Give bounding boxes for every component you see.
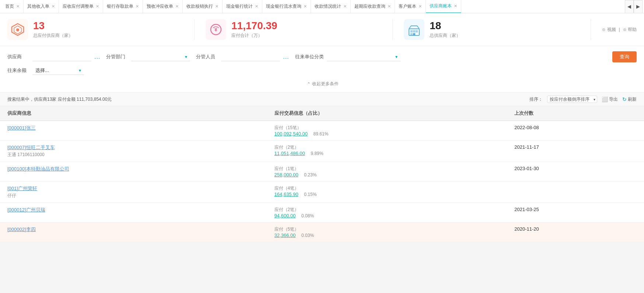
balance-select[interactable]: 选择... (32, 66, 84, 75)
collapse-more-btn[interactable]: ⌃ 收起更多条件 (7, 79, 637, 89)
video-link[interactable]: ⊙ 视频 (602, 27, 616, 33)
tx-label: 应付（5笔） (274, 226, 500, 232)
table-header-row: 供应商信息 应付交易信息（占比） 上次付数 (0, 106, 644, 121)
tx-amount[interactable]: 11,051,486.00 (274, 151, 305, 156)
close-tab-ar-ap-adjust[interactable]: ✕ (96, 4, 99, 9)
sort-select-wrapper: 按应付余额倒序排序 (547, 96, 597, 103)
summary-bar: 13 总应付供应商（家） ¥ 11,170.39 应付合计（万） (0, 13, 644, 46)
results-bar: 搜索结果中，供应商13家 应付金额 111,703,854.00元 排序： 按应… (0, 93, 644, 106)
supplier-info-cell: [000007]恒旺二手叉车王通 17106110000 (0, 141, 267, 162)
person-label: 分管人员 (196, 54, 218, 60)
supplier-link[interactable]: [000012]广州贝瑞 (7, 207, 45, 213)
tx-amount[interactable]: 94,600.00 (274, 213, 296, 218)
help-circle-icon: ⊙ (623, 27, 627, 32)
video-circle-icon: ⊙ (602, 27, 606, 32)
summary-item-suppliers-payable: 13 总应付供应商（家） (7, 19, 195, 40)
help-link[interactable]: ⊙ 帮助 (623, 27, 637, 33)
balance-select-wrapper: 选择... (32, 66, 84, 75)
close-tab-prepay-ar[interactable]: ✕ (175, 4, 179, 9)
close-tab-cash-bank-stats[interactable]: ✕ (255, 4, 258, 9)
table-row: [000100]本特勤油品有限公司 应付（1笔） 258,000.00 0.23… (0, 162, 644, 182)
payable-total-label: 应付合计（万） (231, 32, 277, 39)
summary-text-payable-total: 11,170.39 应付合计（万） (231, 20, 277, 39)
tx-amount-row: 94,600.00 0.08% (274, 213, 500, 218)
tab-ar-ap-adjust[interactable]: 应收应付调整单 ✕ (59, 0, 103, 13)
supplier-table-container: 供应商信息 应付交易信息（占比） 上次付数 [000001]张三 应付（15笔）… (0, 106, 644, 242)
supplier-dots-btn[interactable]: ... (94, 54, 100, 60)
supplier-input[interactable] (32, 52, 91, 61)
tab-other-income[interactable]: 其他收入单 ✕ (24, 0, 59, 13)
tab-receipt-stats[interactable]: 收款情况统计 ✕ (311, 0, 351, 13)
supplier-info-cell: [000012]广州贝瑞 (0, 203, 267, 223)
table-row: [000007]恒旺二手叉车王通 17106110000 应付（2笔） 11,0… (0, 141, 644, 162)
close-tab-overdue-ar-query[interactable]: ✕ (388, 4, 391, 9)
supplier-info-cell: [000001]张三 (0, 121, 267, 141)
export-btn[interactable]: ⬜ 导出 (602, 96, 618, 103)
tx-pct: 89.61% (314, 131, 329, 137)
suppliers-payable-number: 13 (33, 20, 73, 32)
refresh-btn[interactable]: ↻ 刷新 (622, 96, 637, 103)
tx-amount[interactable]: 164,635.90 (274, 192, 298, 197)
tx-amount-row: 258,000.00 0.23% (274, 172, 500, 177)
collapse-arrow-icon: ⌃ (307, 82, 311, 87)
svg-rect-11 (416, 30, 418, 32)
close-tab-supplier-ledger[interactable]: ✕ (454, 4, 457, 8)
col-header-last-payment: 上次付数 (507, 106, 644, 121)
supplier-link[interactable]: [001]广州荣轩 (7, 186, 37, 191)
nav-arrow-left[interactable]: ◀ (625, 0, 634, 13)
tab-supplier-ledger[interactable]: 供应商账本 ✕ (426, 0, 461, 13)
filter-person: 分管人员 ... (196, 52, 289, 61)
dept-select[interactable] (131, 52, 190, 61)
col-header-supplier: 供应商信息 (0, 106, 267, 121)
supplier-sub: 仔仔 (7, 193, 260, 199)
tx-amount[interactable]: 100,092,540.00 (274, 131, 308, 137)
search-button[interactable]: 查询 (612, 51, 637, 62)
tx-amount[interactable]: 258,000.00 (274, 172, 298, 177)
tab-prepay-ar[interactable]: 预收冲应收单 ✕ (143, 0, 183, 13)
tx-amount[interactable]: 32,366.00 (274, 232, 296, 238)
tx-info-cell: 应付（2笔） 11,051,486.00 9.89% (267, 141, 507, 162)
balance-label: 往来余额 (7, 67, 29, 74)
person-dots-btn[interactable]: ... (283, 54, 289, 60)
supplier-link[interactable]: [000100]本特勤油品有限公司 (7, 166, 69, 172)
category-select[interactable] (327, 52, 400, 61)
close-tab-receipt-stats[interactable]: ✕ (343, 4, 347, 9)
nav-arrow-right[interactable]: ▶ (634, 0, 643, 13)
close-tab-cash-flow-query[interactable]: ✕ (304, 4, 307, 9)
close-tab-payment-verify[interactable]: ✕ (215, 4, 218, 9)
last-payment-cell: 2023-01-30 (507, 162, 644, 182)
tab-cash-flow-query[interactable]: 现金银行流水查询 ✕ (262, 0, 311, 13)
tab-cash-bank-stats[interactable]: 现金银行统计 ✕ (223, 0, 262, 13)
tab-bank-deposit[interactable]: 银行存取款单 ✕ (103, 0, 143, 13)
dept-label: 分管部门 (106, 54, 128, 60)
nav-arrows: ◀ ▶ (625, 0, 643, 13)
tx-amount-row: 32,366.00 0.03% (274, 232, 500, 238)
tx-info-cell: 应付（4笔） 164,635.90 0.15% (267, 182, 507, 203)
close-tab-bank-deposit[interactable]: ✕ (136, 4, 139, 9)
total-suppliers-icon (404, 19, 424, 40)
person-input[interactable] (221, 52, 280, 61)
sort-select[interactable]: 按应付余额倒序排序 (547, 96, 597, 103)
supplier-link[interactable]: [000002]李四 (7, 227, 36, 232)
tab-payment-verify[interactable]: 收款核销执行 ✕ (183, 0, 223, 13)
tx-info-cell: 应付（15笔） 100,092,540.00 89.61% (267, 121, 507, 141)
summary-text-total-suppliers: 18 总供应商（家） (430, 20, 461, 39)
close-tab-customer-ledger[interactable]: ✕ (419, 4, 422, 9)
summary-text-suppliers-payable: 13 总应付供应商（家） (33, 20, 73, 39)
close-tab-home[interactable]: ✕ (16, 4, 20, 9)
tab-home[interactable]: 首页 ✕ (1, 0, 24, 13)
tx-pct: 0.23% (304, 172, 316, 177)
svg-rect-10 (413, 30, 415, 32)
svg-rect-12 (410, 33, 413, 35)
tx-label: 应付（2笔） (274, 207, 500, 213)
tab-customer-ledger[interactable]: 客户账本 ✕ (395, 0, 426, 13)
tx-label: 应付（15笔） (274, 125, 500, 131)
table-row: [000012]广州贝瑞 应付（2笔） 94,600.00 0.08% 2021… (0, 203, 644, 223)
supplier-info-cell: [001]广州荣轩仔仔 (0, 182, 267, 203)
supplier-link[interactable]: [000007]恒旺二手叉车 (7, 145, 55, 150)
close-tab-other-income[interactable]: ✕ (52, 4, 55, 9)
supplier-link[interactable]: [000001]张三 (7, 125, 36, 131)
total-suppliers-label: 总供应商（家） (430, 32, 461, 39)
tab-overdue-ar-query[interactable]: 超期应收款查询 ✕ (351, 0, 395, 13)
svg-rect-14 (413, 33, 415, 35)
